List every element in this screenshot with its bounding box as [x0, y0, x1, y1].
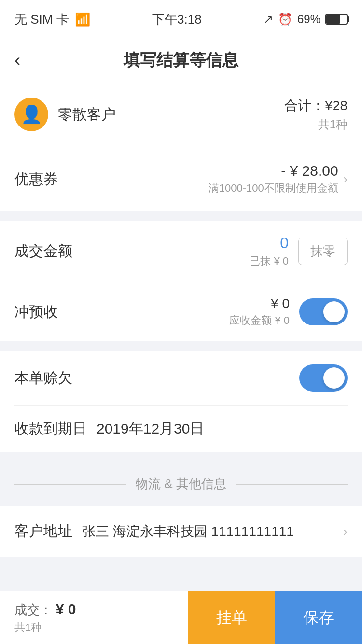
customer-name: 零散客户	[58, 105, 116, 125]
status-left: 无 SIM 卡 📶	[14, 11, 90, 28]
bottom-deal-label: 成交：	[14, 602, 52, 617]
debt-toggle[interactable]	[299, 364, 348, 392]
address-chevron-icon: ›	[343, 524, 348, 539]
address-section: 客户地址 张三 海淀永丰科技园 11111111111 ›	[0, 506, 362, 557]
status-right: ↗ ⏰ 69%	[264, 13, 348, 26]
status-time: 下午3:18	[152, 11, 202, 28]
bottom-bar: 成交： ¥ 0 共1种 挂单 保存	[0, 591, 362, 644]
total-count: 共1种	[284, 117, 348, 132]
carrier-text: 无 SIM 卡	[14, 11, 69, 28]
bottom-info: 成交： ¥ 0 共1种	[0, 601, 188, 635]
prepayment-row: 冲预收 ¥ 0 应收金额 ¥ 0	[0, 282, 362, 341]
debt-label: 本单赊欠	[14, 368, 72, 388]
battery-bar	[325, 14, 348, 25]
due-date-row: 收款到期日 2019年12月30日	[0, 406, 362, 452]
prepayment-sub: 应收金额 ¥ 0	[229, 313, 290, 328]
prepayment-toggle[interactable]	[299, 298, 348, 325]
due-date-label: 收款到期日	[14, 419, 87, 439]
chevron-right-icon: ›	[343, 171, 348, 187]
status-bar: 无 SIM 卡 📶 下午3:18 ↗ ⏰ 69%	[0, 0, 362, 39]
bottom-count: 共1种	[14, 620, 174, 635]
coupon-amount: - ¥ 28.00	[209, 163, 338, 179]
address-value: 张三 海淀永丰科技园 11111111111	[82, 522, 343, 541]
debt-row: 本单赊欠	[0, 351, 362, 405]
coupon-right-inner: - ¥ 28.00 满1000-100不限制使用金额	[209, 163, 338, 196]
debt-toggle-knob	[323, 367, 345, 389]
bottom-actions: 挂单 保存	[188, 591, 362, 644]
location-icon: ↗	[264, 13, 273, 26]
avatar-icon: 👤	[21, 104, 42, 125]
bottom-deal-row: 成交： ¥ 0	[14, 601, 174, 618]
prepayment-right: ¥ 0 应收金额 ¥ 0	[229, 296, 348, 328]
logistics-section-label: 物流 & 其他信息	[126, 476, 236, 492]
save-button[interactable]: 保存	[275, 591, 362, 644]
avatar: 👤	[14, 98, 48, 131]
toggle-knob	[323, 301, 345, 322]
customer-row: 👤 零散客户 合计：¥28 共1种	[0, 82, 362, 147]
debt-section: 本单赊欠 收款到期日 2019年12月30日	[0, 351, 362, 452]
battery-fill	[326, 15, 340, 24]
transaction-section: 成交金额 0 已抹 ¥ 0 抹零 冲预收 ¥ 0 应收金额 ¥ 0	[0, 221, 362, 341]
address-label: 客户地址	[14, 521, 72, 541]
coupon-description: 满1000-100不限制使用金额	[209, 181, 338, 196]
transaction-amount-sub: 已抹 ¥ 0	[250, 254, 289, 268]
transaction-amount-value: 0	[250, 234, 289, 252]
due-date-value: 2019年12月30日	[97, 419, 204, 439]
transaction-amount-right: 0 已抹 ¥ 0 抹零	[250, 234, 348, 268]
bottom-deal-amount: ¥ 0	[56, 601, 76, 617]
total-amount: 合计：¥28	[284, 97, 348, 115]
customer-section: 👤 零散客户 合计：¥28 共1种 优惠券 - ¥ 28.00 满1000-10…	[0, 82, 362, 211]
transaction-amount-row: 成交金额 0 已抹 ¥ 0 抹零	[0, 221, 362, 282]
transaction-amount-label: 成交金额	[14, 241, 72, 261]
customer-right: 合计：¥28 共1种	[284, 97, 348, 132]
coupon-label: 优惠券	[14, 169, 58, 189]
nav-bar: ‹ 填写结算等信息	[0, 39, 362, 82]
alarm-icon: ⏰	[278, 13, 292, 26]
battery-percent: 69%	[297, 13, 320, 26]
hang-button[interactable]: 挂单	[188, 591, 275, 644]
prepayment-amount: ¥ 0	[229, 296, 290, 311]
customer-left: 👤 零散客户	[14, 98, 116, 131]
logistics-section-label-row: 物流 & 其他信息	[0, 462, 362, 506]
wifi-icon: 📶	[75, 12, 90, 27]
roundup-button[interactable]: 抹零	[298, 238, 348, 265]
page-title: 填写结算等信息	[124, 49, 238, 71]
coupon-row[interactable]: 优惠券 - ¥ 28.00 满1000-100不限制使用金额 ›	[0, 147, 362, 211]
back-button[interactable]: ‹	[14, 50, 20, 70]
address-row[interactable]: 客户地址 张三 海淀永丰科技园 11111111111 ›	[0, 506, 362, 557]
coupon-right: - ¥ 28.00 满1000-100不限制使用金额 ›	[209, 163, 348, 196]
prepayment-label: 冲预收	[14, 302, 58, 322]
